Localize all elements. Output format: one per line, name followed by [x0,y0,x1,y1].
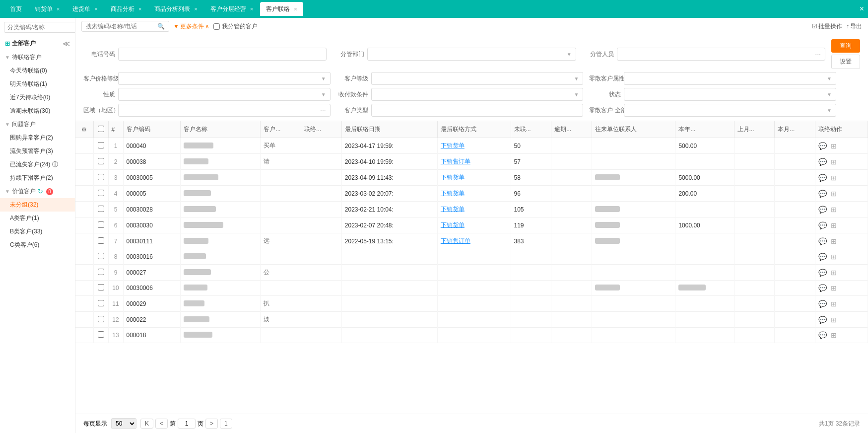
row-checkbox[interactable] [98,174,104,180]
sidebar-item-class-a[interactable]: A类客户(1) [0,212,75,225]
close-purchase-icon[interactable]: × [94,6,97,12]
qr-icon[interactable]: ⊞ [831,284,837,292]
sidebar-group-pending[interactable]: ▼ 待联络客户 [0,51,75,64]
filter-dept-select[interactable]: ▼ [367,48,576,61]
message-icon[interactable]: 💬 [818,206,827,214]
tab-purchase[interactable]: 进货单 × [67,2,103,16]
contact-way-link[interactable]: 下销货单 [441,142,465,149]
message-icon[interactable]: 💬 [818,331,827,339]
close-product-analysis-list-icon[interactable]: × [194,6,197,12]
filter-customer-level-select[interactable]: ▼ [371,72,584,85]
filter-sparse-customer-select[interactable]: ▼ [624,104,836,117]
th-check[interactable] [93,121,108,138]
query-button[interactable]: 查询 [831,39,860,53]
td-check[interactable] [93,138,108,154]
message-icon[interactable]: 💬 [818,158,827,166]
sidebar-item-declining[interactable]: 持续下滑客户(2) [0,171,75,185]
sidebar-item-overdue-pending[interactable]: 逾期未联络(30) [0,104,75,118]
sidebar-item-class-b[interactable]: B类客户(33) [0,225,75,238]
reset-button[interactable]: 设置 [831,55,860,69]
message-icon[interactable]: 💬 [818,142,827,150]
filter-price-level-select[interactable]: ▼ [118,72,331,85]
tab-product-analysis-list[interactable]: 商品分析列表 × [148,2,203,16]
batch-ops-button[interactable]: ☑ 批量操作 [812,22,842,31]
message-icon[interactable]: 💬 [818,300,827,308]
refresh-icon[interactable]: ↻ [38,188,43,195]
qr-icon[interactable]: ⊞ [831,174,837,182]
my-customers-checkbox[interactable] [213,23,220,30]
qr-icon[interactable]: ⊞ [831,331,837,339]
filter-search-icon[interactable]: 🔍 [157,23,165,30]
td-check[interactable] [93,281,108,296]
filter-nature-select[interactable]: ▼ [118,88,331,101]
sidebar-item-hoarding-abnormal[interactable]: 囤购异常客户(2) [0,131,75,144]
qr-icon[interactable]: ⊞ [831,316,837,324]
row-checkbox[interactable] [98,253,104,259]
filter-phone-input[interactable] [118,48,327,61]
qr-icon[interactable]: ⊞ [831,158,837,166]
sidebar-group-value[interactable]: ▼ 价值客户 ↻ 8 [0,185,75,198]
filter-more-btn[interactable]: ▼ 更多条件 ∧ [173,22,209,31]
contact-way-link[interactable]: 下销货单 [441,221,465,228]
close-product-analysis-icon[interactable]: × [138,6,141,12]
row-checkbox[interactable] [98,284,104,290]
td-check[interactable] [93,186,108,202]
td-check[interactable] [93,233,108,249]
close-customer-contact-icon[interactable]: × [294,6,297,12]
sidebar-item-tomorrow-pending[interactable]: 明天待联络(1) [0,77,75,91]
collapse-icon[interactable]: ≪ [63,40,70,48]
sidebar-item-today-pending[interactable]: 今天待联络(0) [0,64,75,77]
td-check[interactable] [93,296,108,312]
sidebar-item-7days-pending[interactable]: 近7天待联络(0) [0,91,75,104]
message-icon[interactable]: 💬 [818,284,827,292]
message-icon[interactable]: 💬 [818,316,827,324]
last-page-btn[interactable]: 1 [220,419,232,429]
th-gear[interactable]: ⚙ [75,121,93,138]
filter-person-select[interactable]: ··· [617,48,825,61]
qr-icon[interactable]: ⊞ [831,237,837,245]
close-sales-icon[interactable]: × [57,6,60,12]
sidebar-search-input[interactable] [4,22,75,33]
message-icon[interactable]: 💬 [818,221,827,229]
td-check[interactable] [93,202,108,217]
qr-icon[interactable]: ⊞ [831,300,837,308]
row-checkbox[interactable] [98,206,104,212]
td-check[interactable] [93,170,108,186]
tab-customer-segment[interactable]: 客户分层经营 × [204,2,259,16]
filter-region-select[interactable]: ··· [118,104,331,117]
contact-way-link[interactable]: 下销售订单 [441,158,470,165]
contact-way-link[interactable]: 下销货单 [441,190,465,197]
page-size-select[interactable]: 50 100 [111,418,136,429]
row-checkbox[interactable] [98,331,104,338]
qr-icon[interactable]: ⊞ [831,206,837,214]
td-check[interactable] [93,249,108,265]
filter-status-select[interactable]: ▼ [624,88,836,101]
td-check[interactable] [93,265,108,281]
contact-way-link[interactable]: 下销货单 [441,206,465,213]
td-check[interactable] [93,328,108,343]
row-checkbox[interactable] [98,221,104,228]
prev-page-btn[interactable]: < [155,419,168,429]
filter-payment-select[interactable]: ▼ [371,88,584,101]
my-customers-filter[interactable]: 我分管的客户 [213,22,258,31]
filter-customer-type-select[interactable] [371,104,584,117]
td-check[interactable] [93,154,108,170]
qr-icon[interactable]: ⊞ [831,142,837,150]
select-all-checkbox[interactable] [98,126,104,132]
message-icon[interactable]: 💬 [818,253,827,261]
row-checkbox[interactable] [98,158,104,164]
sidebar-item-class-c[interactable]: C类客户(6) [0,238,75,252]
qr-icon[interactable]: ⊞ [831,190,837,198]
message-icon[interactable]: 💬 [818,269,827,277]
window-close-icon[interactable]: × [860,4,864,13]
sidebar-item-churn-warning[interactable]: 流失预警客户(3) [0,144,75,158]
row-checkbox[interactable] [98,300,104,306]
sidebar-item-unclassified[interactable]: 未分组(32) [0,198,75,212]
sidebar-group-problem[interactable]: ▼ 问题客户 [0,118,75,131]
filter-search-input[interactable] [86,23,155,30]
qr-icon[interactable]: ⊞ [831,221,837,229]
sidebar-item-churned[interactable]: 已流失客户(24) ⓘ [0,158,75,171]
close-customer-segment-icon[interactable]: × [250,6,253,12]
qr-icon[interactable]: ⊞ [831,253,837,261]
sidebar-all-customers[interactable]: ⊞ 全部客户 ≪ [0,36,75,51]
